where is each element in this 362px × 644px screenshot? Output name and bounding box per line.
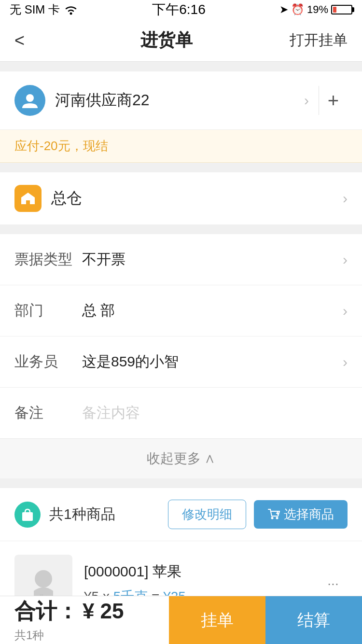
svg-point-3: [271, 517, 274, 519]
product-name: [0000001] 苹果: [84, 562, 319, 582]
warehouse-name: 总仓: [51, 188, 343, 209]
select-product-button[interactable]: 选择商品: [254, 500, 348, 529]
products-icon: [14, 502, 41, 528]
total-sub-label: 共1种: [14, 628, 154, 643]
payment-tip: 应付-20元，现结: [0, 130, 362, 163]
shopping-bag-icon: [20, 507, 35, 522]
top-divider: [0, 62, 362, 71]
department-label: 部门: [14, 301, 82, 321]
products-header: 共1种商品 修改明细 选择商品: [0, 488, 362, 541]
salesman-chevron-icon: ›: [343, 354, 348, 370]
invoice-type-row[interactable]: 票据类型 不开票 ›: [0, 234, 362, 285]
warehouse-icon: [14, 185, 42, 212]
back-button[interactable]: <: [14, 30, 43, 51]
department-value: 总 部: [82, 301, 343, 321]
supplier-avatar: [14, 85, 45, 116]
status-right: ➤ ⏰ 19%: [279, 3, 352, 16]
svg-point-1: [26, 94, 34, 102]
wifi-icon: [64, 4, 78, 15]
form-section: 票据类型 不开票 › 部门 总 部 › 业务员 这是859的小智 › 备注 备注…: [0, 234, 362, 438]
house-icon: [20, 191, 36, 206]
svg-point-0: [70, 13, 72, 15]
total-amount: ¥ 25: [83, 599, 124, 623]
warehouse-row[interactable]: 总仓 ›: [0, 172, 362, 224]
supplier-row[interactable]: 河南供应商22 › +: [0, 71, 362, 130]
divider-1: [0, 163, 362, 172]
bottom-bar: 合计： ¥ 25 共1种 挂单 结算: [0, 596, 362, 644]
select-product-label: 选择商品: [284, 506, 334, 523]
carrier-label: 无 SIM 卡: [10, 2, 60, 17]
total-prefix-label: 合计：: [14, 599, 78, 623]
open-pending-button[interactable]: 打开挂单: [290, 30, 348, 50]
status-bar: 无 SIM 卡 下午6:16 ➤ ⏰ 19%: [0, 0, 362, 19]
supplier-section: 河南供应商22 › + 应付-20元，现结: [0, 71, 362, 163]
salesman-label: 业务员: [14, 352, 82, 372]
invoice-type-value: 不开票: [82, 250, 343, 269]
alarm-icon: ⏰: [291, 3, 304, 16]
department-chevron-icon: ›: [343, 303, 348, 319]
salesman-value: 这是859的小智: [82, 352, 343, 372]
cart-icon: [267, 508, 280, 521]
warehouse-chevron-icon: ›: [343, 190, 348, 207]
remark-input[interactable]: 备注内容: [82, 403, 348, 423]
invoice-chevron-icon: ›: [343, 252, 348, 268]
nav-bar: < 进货单 打开挂单: [0, 19, 362, 62]
svg-rect-2: [22, 512, 33, 521]
salesman-row[interactable]: 业务员 这是859的小智 ›: [0, 336, 362, 388]
page-title: 进货单: [140, 28, 193, 52]
status-time: 下午6:16: [152, 0, 206, 19]
collapse-toggle[interactable]: 收起更多 ∧: [0, 438, 362, 478]
product-more-button[interactable]: ···: [319, 576, 348, 591]
hang-order-button[interactable]: 挂单: [169, 596, 265, 644]
total-area: 合计： ¥ 25 共1种: [0, 597, 169, 643]
person-icon: [21, 92, 39, 109]
products-count-label: 共1种商品: [49, 504, 168, 524]
add-supplier-button[interactable]: +: [319, 86, 348, 115]
total-main: 合计： ¥ 25: [14, 597, 154, 626]
checkout-button[interactable]: 结算: [265, 596, 362, 644]
remark-label: 备注: [14, 403, 82, 423]
battery-icon: [331, 5, 352, 14]
remark-row[interactable]: 备注 备注内容: [0, 388, 362, 438]
invoice-type-label: 票据类型: [14, 250, 82, 269]
battery-percent: 19%: [307, 3, 328, 16]
location-icon: ➤: [279, 3, 288, 16]
product-code: [0000001] 苹果: [84, 563, 181, 579]
supplier-chevron-icon: ›: [304, 92, 309, 109]
supplier-name: 河南供应商22: [55, 90, 304, 111]
department-row[interactable]: 部门 总 部 ›: [0, 285, 362, 336]
warehouse-section: 总仓 ›: [0, 172, 362, 224]
status-left: 无 SIM 卡: [10, 2, 78, 17]
svg-point-4: [276, 517, 278, 519]
modify-detail-button[interactable]: 修改明细: [168, 500, 246, 529]
svg-point-7: [35, 570, 52, 588]
